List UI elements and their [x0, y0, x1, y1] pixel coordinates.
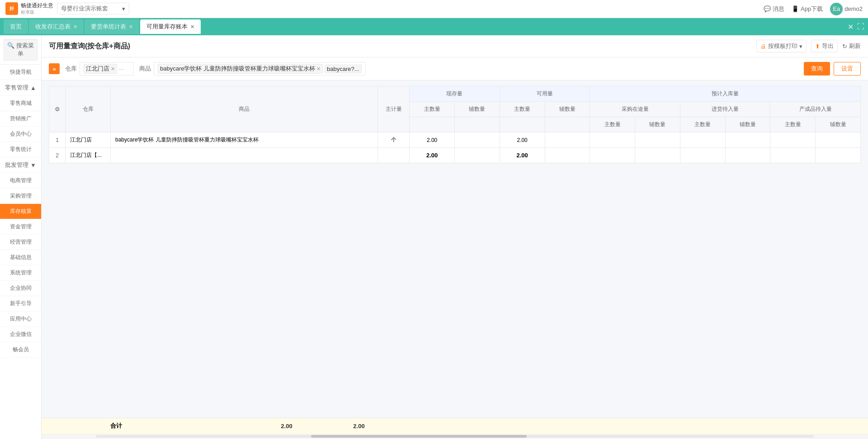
refresh-icon: ↻ [842, 43, 847, 50]
tab-receivables-close[interactable]: ✕ [73, 24, 77, 30]
product-filter-box[interactable]: babycare学饮杯 儿童防摔防撞吸管杯重力球吸嘴杯宝宝水杯 ✕ babyca… [154, 62, 366, 76]
filter-product: 商品 babycare学饮杯 儿童防摔防撞吸管杯重力球吸嘴杯宝宝水杯 ✕ bab… [139, 62, 366, 76]
scroll-thumb[interactable] [311, 435, 526, 438]
warehouse-filter-box[interactable]: 江北门店 ✕ ··· [80, 62, 134, 76]
th-incoming-pending: 进货待入量 [680, 102, 770, 117]
page-title: 可用量查询(按仓库+商品) [49, 42, 130, 51]
th-expected-in: 预计入库量 [590, 86, 861, 102]
th-cs-aux2 [454, 117, 500, 132]
sidebar-item-retail-mall[interactable]: 零售商城 [0, 96, 41, 111]
th-cs-main2 [410, 117, 455, 132]
app-icon: 📱 [792, 5, 799, 12]
print-icon: 🖨 [760, 43, 766, 50]
page-header: 可用量查询(按仓库+商品) 🖨 按模板打印 ▾ ⬆ 导出 ↻ 刷新 [42, 35, 868, 57]
tab-receivables[interactable]: 收发存汇总表 ✕ [29, 19, 84, 34]
warehouse-more-btn[interactable]: ··· [119, 66, 124, 72]
product-filter-label: 商品 [139, 65, 151, 73]
tab-available-stock[interactable]: 可用量库存账本 ✕ [140, 19, 201, 34]
sidebar-item-purchase[interactable]: 采购管理 [0, 189, 41, 204]
footer-current-main: 2.00 [269, 423, 305, 430]
query-button[interactable]: 查询 [804, 62, 830, 76]
tab-order-stats[interactable]: 要货单统计表 ✕ [85, 19, 139, 34]
sidebar-item-wholesale-mgmt[interactable]: 批发管理 ▼ [0, 157, 41, 173]
th-current-stock: 现存量 [410, 86, 500, 102]
product-tag-1-close[interactable]: ✕ [316, 66, 321, 72]
sidebar-search-area: 🔍 搜索菜单 [0, 35, 41, 65]
row-1-avail-main: 2.00 [500, 132, 545, 148]
sidebar-item-new-guide[interactable]: 新手引导 [0, 296, 41, 312]
row-1-fin-aux [816, 132, 861, 148]
retail-mall-label: 零售商城 [2, 99, 39, 107]
sidebar-item-enterprise-wx[interactable]: 企业微信 [0, 327, 41, 342]
sidebar-item-operations[interactable]: 经营管理 [0, 235, 41, 250]
sidebar-item-member[interactable]: 畅会员 [0, 342, 41, 358]
warehouse-tag-close[interactable]: ✕ [111, 66, 115, 72]
row-1-inc-main [680, 132, 725, 148]
row-1-inc-aux [725, 132, 770, 148]
export-icon: ⬆ [815, 43, 820, 50]
sidebar-item-sys-mgmt[interactable]: 系统管理 [0, 265, 41, 281]
refresh-label: 刷新 [849, 42, 861, 50]
row-2-num: 2 [49, 148, 66, 163]
scroll-track[interactable] [96, 435, 814, 438]
tab-order-stats-close[interactable]: ✕ [129, 24, 133, 30]
refresh-btn[interactable]: ↻ 刷新 [842, 42, 861, 50]
product-tag-2-text: babycare?... [327, 66, 359, 72]
sidebar-item-enterprise[interactable]: 企业协同 [0, 281, 41, 296]
print-template-btn[interactable]: 🖨 按模板打印 ▾ [756, 40, 807, 52]
message-btn[interactable]: 💬 消息 [764, 5, 784, 13]
tab-available-stock-close[interactable]: ✕ [190, 24, 194, 30]
sidebar-item-marketing[interactable]: 营销推广 [0, 111, 41, 127]
sidebar-item-retail-stats[interactable]: 零售统计 [0, 142, 41, 157]
th-finished-goods: 产成品待入量 [770, 102, 861, 117]
row-1-num: 1 [49, 132, 66, 148]
tab-nav-right: ✕ ⛶ [848, 23, 864, 31]
th-current-main: 主数量 [410, 102, 455, 117]
row-2-avail-main: 2.00 [500, 148, 545, 163]
user-area[interactable]: Ea demo2 [830, 3, 863, 15]
top-bar-left: 好 畅捷通好生意 标准版 母婴行业演示账套 ▾ [5, 2, 129, 15]
sidebar-item-app-center[interactable]: 应用中心 [0, 312, 41, 327]
product-tag-1: babycare学饮杯 儿童防摔防撞吸管杯重力球吸嘴杯宝宝水杯 ✕ [158, 64, 323, 74]
marketing-label: 营销推广 [2, 115, 39, 123]
app-download-label: App下载 [801, 5, 823, 13]
ecommerce-label: 电商管理 [2, 177, 39, 184]
th-avail-main: 主数量 [500, 102, 545, 117]
th-pur-aux: 辅数量 [635, 117, 680, 132]
tab-home[interactable]: 首页 [4, 19, 28, 34]
sidebar-item-quick-nav[interactable]: 快捷导航 [0, 65, 41, 80]
tab-fullscreen-icon[interactable]: ⛶ [857, 23, 864, 31]
export-btn[interactable]: ⬆ 导出 [811, 40, 838, 52]
app-center-label: 应用中心 [2, 315, 39, 323]
row-1-fin-main [770, 132, 816, 148]
row-2-fin-main [770, 148, 816, 163]
settings-button[interactable]: 设置 [834, 62, 861, 76]
tab-available-stock-label: 可用量库存账本 [146, 23, 188, 31]
sidebar-item-inventory[interactable]: 库存核算 [0, 204, 41, 219]
quick-nav-label: 快捷导航 [2, 68, 39, 76]
search-menu-btn[interactable]: 🔍 搜索菜单 [4, 39, 38, 61]
th-av-aux2 [545, 117, 590, 132]
scroll-bar-area[interactable] [42, 434, 868, 439]
th-av-main2 [500, 117, 545, 132]
tab-order-stats-label: 要货单统计表 [91, 23, 126, 31]
sidebar: 🔍 搜索菜单 快捷导航 零售管理 ▲ 零售商城 营销推广 会员中心 零售统计 批… [0, 35, 42, 439]
new-guide-label: 新手引导 [2, 300, 39, 307]
search-icon: 🔍 [7, 42, 14, 49]
row-1-warehouse: 江北门店 [66, 132, 111, 148]
row-2-current-main: 2.00 [410, 148, 455, 163]
sidebar-item-finance[interactable]: 资金管理 [0, 219, 41, 235]
sidebar-item-ecommerce[interactable]: 电商管理 [0, 173, 41, 189]
app-download-btn[interactable]: 📱 App下载 [792, 5, 823, 13]
sidebar-item-base-info[interactable]: 基础信息 [0, 250, 41, 265]
tab-close-all-icon[interactable]: ✕ [848, 23, 854, 31]
sidebar-item-member-center[interactable]: 会员中心 [0, 127, 41, 142]
filter-toggle-btn[interactable]: » [49, 63, 60, 74]
sidebar-item-retail-mgmt[interactable]: 零售管理 ▲ [0, 80, 41, 96]
row-2-inc-aux [725, 148, 770, 163]
industry-selector[interactable]: 母婴行业演示账套 ▾ [57, 3, 129, 14]
retail-mgmt-label: 零售管理 [5, 84, 28, 92]
th-settings[interactable]: ⚙ [49, 86, 66, 132]
footer-avail-main: 2.00 [341, 423, 377, 430]
enterprise-label: 企业协同 [2, 284, 39, 292]
